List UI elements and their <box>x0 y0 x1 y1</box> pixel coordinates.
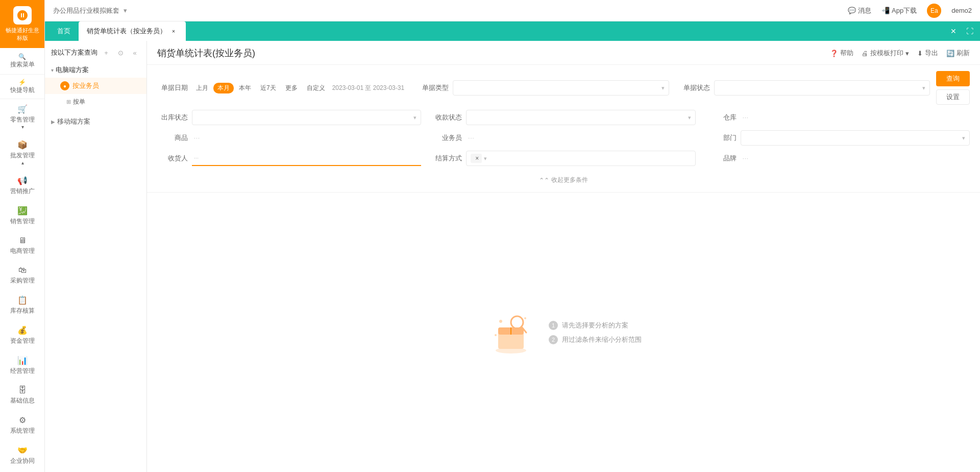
print-dropdown-icon[interactable]: ▾ <box>905 50 909 57</box>
print-btn[interactable]: 🖨 按模板打印 ▾ <box>862 49 909 58</box>
filter-row-4: 收货人 ··· 结算方式 × ▾ <box>157 151 970 166</box>
marketing-label: 营销推广 <box>10 187 35 196</box>
svg-point-6 <box>499 320 502 323</box>
sidebar-item-enterprise[interactable]: 🤝 企业协同 <box>0 440 44 470</box>
docstatus-control[interactable]: ▾ <box>714 80 930 96</box>
sidebar-item-purchase[interactable]: 🛍 采购管理 <box>0 261 44 290</box>
empty-tips: 1 请先选择要分析的方案 2 用过滤条件来缩小分析范围 <box>549 321 642 344</box>
sidebar-logo[interactable]: 畅捷通好生意 标版 <box>0 0 45 48</box>
message-btn[interactable]: 💬 消息 <box>848 6 871 15</box>
scheme-item-salesperson[interactable]: ● 按业务员 <box>45 78 146 94</box>
sidebar-item-marketing[interactable]: 📢 营销推广 <box>0 171 44 201</box>
dept-control[interactable]: ▾ <box>741 130 970 146</box>
sidebar-item-finance[interactable]: 💰 资金管理 <box>0 320 44 350</box>
sidebar-item-wholesale[interactable]: 📦 批发管理 ▴ <box>0 135 44 171</box>
empty-svg <box>485 307 536 358</box>
mobile-scheme-group[interactable]: ▶ 移动端方案 <box>45 114 146 129</box>
filter-row-2: 出库状态 ▾ 收款状态 ▾ <box>157 110 970 125</box>
page-title-bar: 销货单统计表(按业务员) ❓ 帮助 🖨 按模板打印 ▾ ⬇ 导出 <box>147 41 980 65</box>
date-filter-control: 上月 本月 本年 近7天 更多 自定义 2023-03-01 至 2023-03… <box>192 83 408 93</box>
tab-close-all-icon[interactable]: ✕ <box>947 25 960 37</box>
tab-fullscreen-icon[interactable]: ⛶ <box>964 25 976 37</box>
breadcrumb-dropdown-icon[interactable]: ▾ <box>124 7 127 14</box>
sidebar-quick-nav[interactable]: ⚡ 快捷导航 <box>0 75 44 99</box>
svg-point-7 <box>524 317 526 319</box>
operation-icon: 📊 <box>17 356 28 365</box>
sidebar-search-menu[interactable]: 🔍 搜索菜单 <box>0 48 44 75</box>
operation-label: 经营管理 <box>10 367 35 375</box>
sidebar-item-ecommerce[interactable]: 🖥 电商管理 <box>0 231 44 261</box>
sales-label: 销售管理 <box>10 217 35 226</box>
outstatus-control[interactable]: ▾ <box>192 110 421 125</box>
settlement-tag-close[interactable]: × <box>475 155 479 162</box>
date-tab-7days[interactable]: 近7天 <box>256 83 280 93</box>
date-tab-last-month[interactable]: 上月 <box>192 83 212 93</box>
logo-text: 畅捷通好生意 <box>6 27 39 34</box>
tip-text-1: 请先选择要分析的方案 <box>562 321 628 330</box>
consignee-control[interactable]: ··· <box>192 151 421 166</box>
sidebar-item-inventory[interactable]: 📋 库存核算 <box>0 290 44 320</box>
date-tab-this-month[interactable]: 本月 <box>213 83 234 93</box>
nav-icon: ⚡ <box>18 79 26 86</box>
settings-button[interactable]: 设置 <box>936 89 970 105</box>
user-name[interactable]: demo2 <box>951 7 972 14</box>
export-label: 导出 <box>925 49 938 58</box>
help-btn[interactable]: ❓ 帮助 <box>830 49 853 58</box>
top-header: 办公用品行业模拟账套 ▾ 💬 消息 📲 App下载 Ea demo2 <box>45 0 980 21</box>
system-icon: ⚙ <box>19 415 26 425</box>
refresh-btn[interactable]: 🔄 刷新 <box>946 49 970 58</box>
panel-collapse-btn[interactable]: « <box>129 47 140 58</box>
basic-icon: 🗄 <box>18 386 27 395</box>
tab-bar-right: ✕ ⛶ <box>947 25 976 37</box>
purchase-icon: 🛍 <box>18 266 27 275</box>
settlement-control[interactable]: × ▾ <box>466 151 695 166</box>
panel-settings-btn[interactable]: ⊙ <box>115 47 126 58</box>
consignee-label: 收货人 <box>157 154 188 163</box>
scheme-sub-item-order[interactable]: ⊞ 按单 <box>45 94 146 110</box>
export-btn[interactable]: ⬇ 导出 <box>917 49 938 58</box>
warehouse-control[interactable]: ··· <box>741 110 970 125</box>
settlement-clear-tag[interactable]: × <box>471 154 482 163</box>
tip-num-1: 1 <box>549 321 558 330</box>
collapse-up-icon: ⌃⌃ <box>539 177 549 184</box>
mobile-arrow: ▶ <box>51 119 55 125</box>
goods-control[interactable]: ··· <box>192 130 421 146</box>
pc-scheme-label: 电脑端方案 <box>56 65 89 75</box>
tab-close-btn[interactable]: × <box>169 27 178 35</box>
tab-sales-stats[interactable]: 销货单统计表（按业务员） × <box>79 21 186 41</box>
date-tab-custom[interactable]: 自定义 <box>303 83 329 93</box>
filter-settlement-item: 结算方式 × ▾ <box>431 151 695 166</box>
empty-state-content: 1 请先选择要分析的方案 2 用过滤条件来缩小分析范围 <box>485 307 642 358</box>
payment-control[interactable]: ▾ <box>466 110 695 125</box>
tab-home[interactable]: 首页 <box>49 21 79 41</box>
sidebar-item-system[interactable]: ⚙ 系统管理 <box>0 410 44 440</box>
filter-brand-item: 品牌 ··· <box>706 151 970 166</box>
doctype-control[interactable]: ▾ <box>453 80 669 96</box>
sidebar-item-basic[interactable]: 🗄 基础信息 <box>0 381 44 410</box>
query-button[interactable]: 查询 <box>936 71 970 86</box>
pc-scheme-group-title[interactable]: ▾ 电脑端方案 <box>45 62 146 78</box>
panel-add-btn[interactable]: + <box>101 47 112 58</box>
retail-icon: 🛒 <box>17 104 28 114</box>
date-tabs: 上月 本月 本年 近7天 更多 自定义 <box>192 83 329 93</box>
enterprise-label: 企业协同 <box>10 457 35 465</box>
brand-control[interactable]: ··· <box>741 151 970 166</box>
date-tab-more[interactable]: 更多 <box>281 83 302 93</box>
date-tab-this-year[interactable]: 本年 <box>235 83 255 93</box>
active-scheme-dot: ● <box>60 81 69 90</box>
page-title: 销货单统计表(按业务员) <box>157 47 255 59</box>
sidebar: 畅捷通好生意 标版 🔍 搜索菜单 ⚡ 快捷导航 🛒 零售管理 ▾ 📦 批发管理 … <box>0 0 45 472</box>
salesperson-control[interactable]: ··· <box>466 130 695 146</box>
collapse-btn[interactable]: ⌃⌃ 收起更多条件 <box>533 174 594 186</box>
app-download-btn[interactable]: 📲 App下载 <box>881 6 917 15</box>
message-label: 消息 <box>858 6 871 15</box>
filter-outstatus-item: 出库状态 ▾ <box>157 110 421 125</box>
docstatus-dropdown-icon: ▾ <box>922 85 925 91</box>
sidebar-item-retail[interactable]: 🛒 零售管理 ▾ <box>0 99 44 135</box>
sidebar-item-sales[interactable]: 💹 销售管理 <box>0 201 44 231</box>
user-avatar[interactable]: Ea <box>927 4 941 18</box>
finance-icon: 💰 <box>17 325 28 335</box>
header-left: 办公用品行业模拟账套 ▾ <box>53 6 127 15</box>
mobile-scheme-label: 移动端方案 <box>57 117 90 126</box>
sidebar-item-operation[interactable]: 📊 经营管理 <box>0 350 44 381</box>
